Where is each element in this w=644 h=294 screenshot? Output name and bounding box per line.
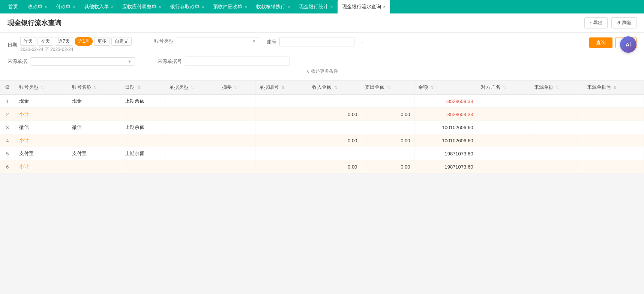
chevron-down-icon: ▼ xyxy=(252,39,256,43)
query-button[interactable]: 查询 xyxy=(589,37,612,48)
account-type-label: 账号类型 xyxy=(154,38,174,45)
col-date[interactable]: 日期 ⇅ xyxy=(121,81,165,95)
nav-item-收款单[interactable]: 收款单 × xyxy=(23,0,51,13)
cell-counterparty xyxy=(477,160,530,173)
close-icon[interactable]: × xyxy=(111,4,113,9)
cell-account-name: 微信 xyxy=(68,121,121,134)
cell-num: 3 xyxy=(0,121,15,134)
nav-item-现金银行流水查询[interactable]: 现金银行流水查询 × xyxy=(338,0,390,13)
cell-expense xyxy=(361,94,414,108)
col-income[interactable]: 收入金额 ⇅ xyxy=(308,81,361,95)
nav-item-收款核销执行[interactable]: 收款核销执行 × xyxy=(252,0,294,13)
refresh-button[interactable]: ↺ 刷新 xyxy=(611,17,636,28)
cell-summary xyxy=(218,108,255,121)
account-type-select[interactable]: ▼ xyxy=(177,37,259,45)
date-btn-today[interactable]: 今天 xyxy=(38,37,53,46)
date-btn-more[interactable]: 更多 xyxy=(94,37,110,46)
sort-icon: ⇅ xyxy=(281,85,284,90)
col-account-name[interactable]: 账号名称 ⇅ xyxy=(68,81,121,95)
cell-source-doc-no xyxy=(583,94,644,108)
cell-doc-no xyxy=(255,147,308,160)
cell-balance: -3528659.33 xyxy=(414,108,477,121)
col-source-doc[interactable]: 来源单据 ⇅ xyxy=(530,81,583,95)
cell-balance: -3528659.33 xyxy=(414,94,477,108)
chevron-down-icon: ▼ xyxy=(128,59,132,64)
nav-item-付款单[interactable]: 付款单 × xyxy=(51,0,80,13)
cell-date xyxy=(121,108,165,121)
cell-doc-type xyxy=(165,108,218,121)
close-icon[interactable]: × xyxy=(45,4,47,9)
top-navigation: 首页 收款单 × 付款单 × 其他收入单 × 应收应付调整单 × 银行存取款单 … xyxy=(0,0,644,13)
col-account-type[interactable]: 账号类型 ⇅ xyxy=(15,81,68,95)
account-filter: 账号 ··· xyxy=(267,37,365,46)
nav-item-其他收入单[interactable]: 其他收入单 × xyxy=(80,0,118,13)
close-icon[interactable]: × xyxy=(330,4,333,9)
close-icon[interactable]: × xyxy=(202,4,204,9)
sort-icon: ⇅ xyxy=(41,85,44,90)
date-btn-yesterday[interactable]: 昨天 xyxy=(20,37,36,46)
cell-source-doc xyxy=(530,160,583,173)
col-counterparty[interactable]: 对方户名 ⇅ xyxy=(477,81,530,95)
cell-date: 上期余额 xyxy=(121,94,165,108)
sort-icon: ⇅ xyxy=(137,85,140,90)
nav-item-预收冲应收单[interactable]: 预收冲应收单 × xyxy=(209,0,251,13)
close-icon[interactable]: × xyxy=(245,4,247,9)
cell-summary xyxy=(218,121,255,134)
cell-summary xyxy=(218,147,255,160)
date-filter-group: 昨天 今天 近7天 近1月 更多 自定义 2023-02-24 至 2023-0… xyxy=(20,37,132,53)
close-icon[interactable]: × xyxy=(383,4,386,9)
gear-icon[interactable]: ⚙ xyxy=(5,84,10,90)
refresh-icon: ↺ xyxy=(616,20,620,26)
date-btn-custom[interactable]: 自定义 xyxy=(111,37,132,46)
source-doc-select[interactable]: ▼ xyxy=(30,57,135,66)
source-doc-no-input[interactable] xyxy=(185,57,290,66)
sort-icon: ⇅ xyxy=(94,85,97,90)
col-balance[interactable]: 余额 ⇅ xyxy=(414,81,477,95)
nav-item-银行存取款单[interactable]: 银行存取款单 × xyxy=(166,0,209,13)
close-icon[interactable]: × xyxy=(73,4,75,9)
table-row: 6 小计 0.00 0.00 19871073.60 xyxy=(0,160,644,173)
date-options: 昨天 今天 近7天 近1月 更多 自定义 xyxy=(20,37,132,46)
cell-account-type: 支付宝 xyxy=(15,147,68,160)
table-row: 4 小计 0.00 0.00 100102606.60 xyxy=(0,134,644,147)
date-range-display: 2023-02-24 至 2023-03-24 xyxy=(20,46,132,53)
account-input[interactable] xyxy=(279,37,354,46)
col-summary[interactable]: 摘要 ⇅ xyxy=(218,81,255,95)
date-btn-7days[interactable]: 近7天 xyxy=(55,37,73,46)
nav-item-应收应付调整单[interactable]: 应收应付调整单 × xyxy=(118,0,165,13)
cell-income xyxy=(308,121,361,134)
close-icon[interactable]: × xyxy=(288,4,290,9)
col-expense[interactable]: 支出金额 ⇅ xyxy=(361,81,414,95)
date-btn-1month[interactable]: 近1月 xyxy=(75,37,93,46)
source-doc-no-filter: 来源单据号 xyxy=(158,57,290,66)
dots-icon[interactable]: ··· xyxy=(357,39,365,45)
table-row: 1 现金 现金 上期余额 -3528659.33 xyxy=(0,94,644,108)
col-source-doc-no[interactable]: 来源单据号 ⇅ xyxy=(583,81,644,95)
cell-expense xyxy=(361,147,414,160)
nav-item-现金银行统计[interactable]: 现金银行统计 × xyxy=(294,0,337,13)
date-filter-label: 日期 xyxy=(8,42,17,48)
page-title: 现金银行流水查询 xyxy=(8,18,62,27)
col-doc-type[interactable]: 单据类型 ⇅ xyxy=(165,81,218,95)
cell-income: 0.00 xyxy=(308,108,361,121)
cell-doc-type xyxy=(165,160,218,173)
cell-account-name xyxy=(68,108,121,121)
collapse-bar[interactable]: ∧ 收起更多条件 xyxy=(8,66,636,75)
cell-counterparty xyxy=(477,108,530,121)
nav-home[interactable]: 首页 xyxy=(3,3,23,10)
source-doc-no-label: 来源单据号 xyxy=(158,58,182,65)
cell-source-doc-no xyxy=(583,147,644,160)
close-icon[interactable]: × xyxy=(159,4,161,9)
col-doc-no[interactable]: 单据编号 ⇅ xyxy=(255,81,308,95)
page-header: 现金银行流水查询 ↑ 导出 ↺ 刷新 xyxy=(0,13,644,33)
export-button[interactable]: ↑ 导出 xyxy=(584,17,608,28)
ai-assistant-button[interactable]: Ai xyxy=(620,36,636,53)
cell-balance: 100102606.60 xyxy=(414,134,477,147)
col-settings[interactable]: ⚙ xyxy=(0,81,15,95)
cell-counterparty xyxy=(477,147,530,160)
cell-account-type: 小计 xyxy=(15,108,68,121)
header-actions: ↑ 导出 ↺ 刷新 xyxy=(584,17,637,28)
export-icon: ↑ xyxy=(589,20,592,26)
cell-source-doc-no xyxy=(583,121,644,134)
cell-balance: 100102606.60 xyxy=(414,121,477,134)
